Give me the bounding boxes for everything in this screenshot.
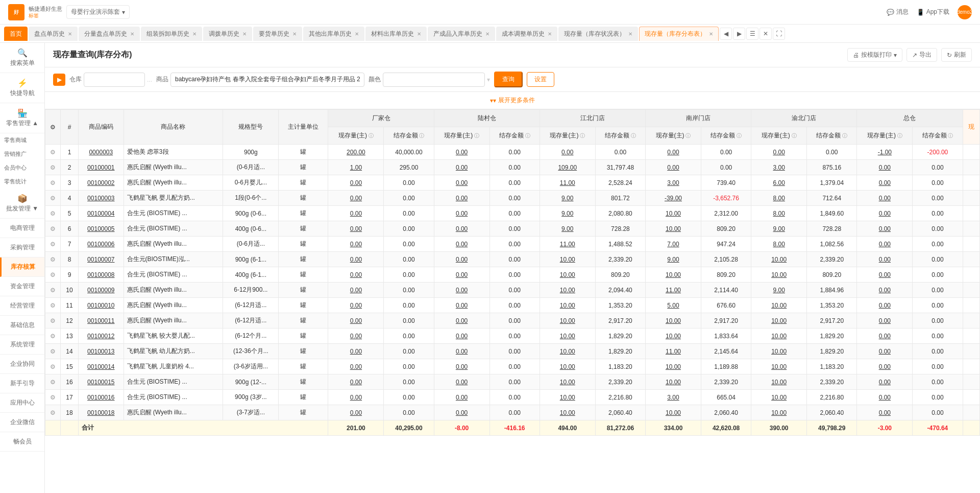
tab-assembly[interactable]: 组装拆卸单历史 ✕ [141,27,202,41]
tab-close-material[interactable]: ✕ [417,31,421,37]
message-btn[interactable]: 💬 消息 [887,8,909,16]
tab-fullscreen-btn[interactable]: ⛶ [773,28,785,40]
cell-luojiang-stock[interactable]: 0.00 [434,344,489,359]
cell-nanan-stock[interactable]: 0.00 [646,145,701,160]
cell-nanan-stock[interactable]: 11.00 [646,344,701,359]
cell-settings[interactable]: ⚙ [45,405,61,420]
cell-product-code[interactable]: 0000003 [79,145,124,160]
color-input[interactable] [383,73,485,87]
print-btn[interactable]: 🖨 按模版打印 ▾ [847,48,902,62]
cell-product-code[interactable]: 00100006 [79,237,124,252]
sidebar-item-quick-nav[interactable]: ⚡ 快捷导航 [0,73,44,103]
cell-factory-stock[interactable]: 0.00 [328,390,384,405]
cell-factory-stock[interactable]: 0.00 [328,252,384,267]
tab-close-branch[interactable]: ✕ [130,31,134,37]
cell-yubei-stock[interactable]: 8.00 [751,191,807,206]
cell-yubei-stock[interactable]: 10.00 [751,252,807,267]
cell-luojiang-stock[interactable]: 0.00 [434,145,489,160]
cell-total-stock[interactable]: 0.00 [857,206,913,221]
cell-nanan-stock[interactable]: -39.00 [646,191,701,206]
cell-luojiang-stock[interactable]: 0.00 [434,328,489,344]
cell-total-stock[interactable]: 0.00 [857,175,913,191]
cell-yubei-stock[interactable]: 0.00 [751,145,807,160]
tab-production-inbound[interactable]: 产成品入库单历史 ✕ [428,27,495,41]
sidebar-item-collaboration[interactable]: 企业协同 [0,355,44,374]
cell-yubei-stock[interactable]: 9.00 [751,283,807,298]
cell-nanan-stock[interactable]: 10.00 [646,267,701,283]
product-input[interactable] [170,73,364,87]
tab-other-outbound[interactable]: 其他出库单历史 ✕ [303,27,364,41]
cell-jiangbei-stock[interactable]: 10.00 [540,313,595,328]
cell-settings[interactable]: ⚙ [45,374,61,390]
tab-requisition[interactable]: 要货单历史 ✕ [253,27,302,41]
sidebar-item-operations[interactable]: 经营管理 [0,296,44,316]
cell-product-code[interactable]: 00100008 [79,267,124,283]
cell-jiangbei-stock[interactable]: 10.00 [540,390,595,405]
tab-material-outbound[interactable]: 材料出库单历史 ✕ [365,27,427,41]
cell-product-code[interactable]: 00100013 [79,344,124,359]
cell-luojiang-stock[interactable]: 0.00 [434,191,489,206]
tab-close-status[interactable]: ✕ [628,31,632,37]
tab-close-distribution[interactable]: ✕ [709,31,713,37]
cell-luojiang-stock[interactable]: 0.00 [434,359,489,374]
sidebar-item-system[interactable]: 系统管理 [0,335,44,355]
sidebar-item-search[interactable]: 🔍 搜索英单 [0,43,44,73]
cell-factory-stock[interactable]: 0.00 [328,267,384,283]
cell-nanan-stock[interactable]: 10.00 [646,206,701,221]
cell-jiangbei-stock[interactable]: 10.00 [540,298,595,313]
cell-nanan-stock[interactable]: 10.00 [646,374,701,390]
cell-nanan-stock[interactable]: 9.00 [646,252,701,267]
tab-branch-count[interactable]: 分量盘点单历史 ✕ [79,27,140,41]
cell-yubei-stock[interactable]: 9.00 [751,221,807,237]
cell-nanan-stock[interactable]: 10.00 [646,405,701,420]
expand-filter-btn[interactable]: ▾▾ 展开更多条件 [486,94,539,107]
app-download-btn[interactable]: 📱 App下载 [917,8,949,16]
cell-factory-stock[interactable]: 0.00 [328,298,384,313]
sidebar-item-marketing[interactable]: 营销推广 [0,147,44,161]
cell-product-code[interactable]: 00100016 [79,390,124,405]
cell-product-code[interactable]: 00100009 [79,283,124,298]
cell-product-code[interactable]: 00100010 [79,298,124,313]
cell-total-stock[interactable]: 0.00 [857,374,913,390]
cell-nanan-stock[interactable]: 3.00 [646,390,701,405]
cell-nanan-stock[interactable]: 3.00 [646,175,701,191]
sidebar-item-online-store[interactable]: 零售商城 [0,133,44,147]
cell-factory-stock[interactable]: 0.00 [328,405,384,420]
cell-yubei-stock[interactable]: 10.00 [751,298,807,313]
cell-factory-stock[interactable]: 0.00 [328,237,384,252]
cell-product-code[interactable]: 00100005 [79,221,124,237]
cell-settings[interactable]: ⚙ [45,221,61,237]
cell-nanan-stock[interactable]: 0.00 [646,160,701,175]
user-area[interactable]: demo2 [958,5,972,19]
cell-total-stock[interactable]: -1.00 [857,145,913,160]
tab-inventory-count[interactable]: 盘点单历史 ✕ [29,27,78,41]
cell-jiangbei-stock[interactable]: 9.00 [540,206,595,221]
cell-total-stock[interactable]: 0.00 [857,390,913,405]
cell-total-stock[interactable]: 0.00 [857,221,913,237]
sidebar-item-retail[interactable]: 🏪 零售管理 ▲ [0,103,44,133]
cell-yubei-stock[interactable]: 8.00 [751,237,807,252]
tab-menu-btn[interactable]: ☰ [746,28,758,40]
cell-total-stock[interactable]: 0.00 [857,160,913,175]
cell-yubei-stock[interactable]: 6.00 [751,175,807,191]
cell-luojiang-stock[interactable]: 0.00 [434,160,489,175]
cell-luojiang-stock[interactable]: 0.00 [434,298,489,313]
cell-jiangbei-stock[interactable]: 0.00 [540,145,595,160]
tab-stock-distribution[interactable]: 现存量（库存分布表） ✕ [639,27,719,41]
cell-luojiang-stock[interactable]: 0.00 [434,221,489,237]
sidebar-item-purchase[interactable]: 采购管理 [0,238,44,257]
cell-nanan-stock[interactable]: 10.00 [646,328,701,344]
cell-settings[interactable]: ⚙ [45,390,61,405]
cell-settings[interactable]: ⚙ [45,160,61,175]
cell-total-stock[interactable]: 0.00 [857,313,913,328]
col-settings[interactable]: ⚙ [45,110,61,145]
cell-factory-stock[interactable]: 200.00 [328,145,384,160]
sidebar-item-guide[interactable]: 新手引导 [0,374,44,393]
cell-jiangbei-stock[interactable]: 10.00 [540,344,595,359]
cell-total-stock[interactable]: 0.00 [857,298,913,313]
cell-yubei-stock[interactable]: 10.00 [751,359,807,374]
cell-jiangbei-stock[interactable]: 9.00 [540,221,595,237]
cell-factory-stock[interactable]: 0.00 [328,191,384,206]
cell-jiangbei-stock[interactable]: 10.00 [540,283,595,298]
tab-close-assembly[interactable]: ✕ [192,31,197,37]
